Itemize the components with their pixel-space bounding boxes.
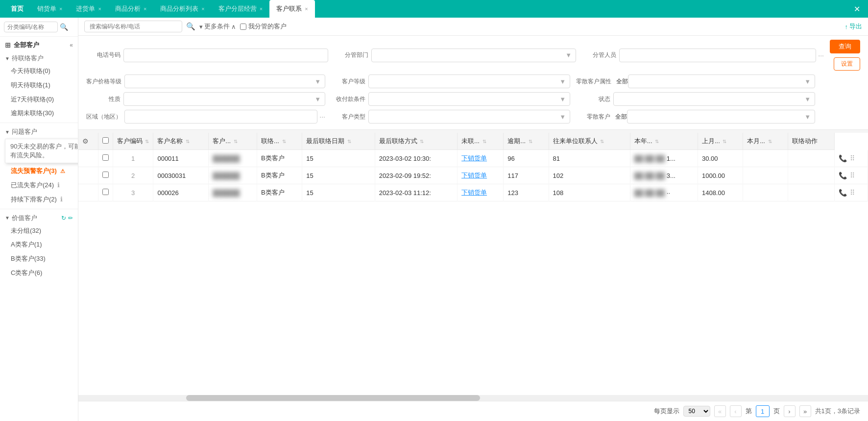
customer-type-select[interactable]: ▼ [368, 110, 570, 124]
sort-last-method[interactable]: ⇅ [420, 139, 424, 144]
sidebar-search-icon[interactable]: 🔍 [60, 23, 68, 31]
scrollbar-thumb[interactable] [186, 395, 480, 401]
sort-contact[interactable]: ⇅ [282, 139, 286, 144]
region-dots[interactable]: ··· [319, 113, 325, 121]
action-more-2[interactable]: ⠿ [850, 189, 855, 197]
my-customer-checkbox[interactable] [240, 24, 246, 30]
tab-home[interactable]: 首页 [4, 0, 30, 18]
department-select[interactable]: ▼ [371, 49, 576, 62]
sidebar-item-today[interactable]: 今天待联络(0) [0, 64, 78, 78]
search-input[interactable] [84, 21, 182, 32]
action-more-1[interactable]: ⠿ [850, 172, 855, 179]
customer-level-select[interactable]: ▼ [368, 74, 570, 88]
sidebar-item-class-b[interactable]: B类客户(33) [0, 252, 78, 266]
edit-icon[interactable]: ✏ [68, 215, 73, 222]
tab-goods-list[interactable]: 商品分析列表 × [153, 0, 211, 18]
sort-unlink-days[interactable]: ⇅ [482, 139, 486, 144]
sort-type[interactable]: ⇅ [234, 139, 238, 144]
sort-overdue[interactable]: ⇅ [529, 139, 532, 144]
query-button[interactable]: 查询 [830, 40, 860, 53]
sidebar-item-ungrouped[interactable]: 未分组(32) [0, 224, 78, 238]
close-sales-tab[interactable]: × [59, 6, 62, 12]
search-button[interactable]: 🔍 [186, 22, 195, 31]
td-code-2: 000026 [153, 184, 209, 201]
td-unlink-1: 117 [504, 167, 549, 184]
tab-purchase[interactable]: 进货单 × [69, 0, 108, 18]
td-checkbox-1 [98, 167, 113, 184]
sidebar-item-tomorrow[interactable]: 明天待联络(1) [0, 78, 78, 93]
tab-sales[interactable]: 销货单 × [30, 0, 69, 18]
action-phone-1[interactable]: 📞 [839, 172, 847, 179]
scatter-attr-field: 零散客户属性 全部 ▼ [576, 74, 815, 88]
sidebar-item-7days[interactable]: 近7天待联络(0) [0, 93, 78, 107]
sidebar-item-declining[interactable]: 持续下滑客户(2) ℹ [0, 193, 78, 207]
action-phone-2[interactable]: 📞 [839, 189, 847, 197]
th-settings: ⚙ [78, 133, 98, 150]
row-checkbox-1[interactable] [102, 172, 109, 178]
settings-button[interactable]: 设置 [834, 57, 860, 71]
export-button[interactable]: ↑ 导出 [845, 22, 863, 31]
horizontal-scrollbar[interactable] [78, 395, 868, 401]
pagination: 每页显示 50 100 200 « ‹ 第 1 页 › » 共1页，3条记录 [78, 401, 868, 421]
sort-this-month[interactable]: ⇅ [768, 139, 772, 144]
next-page-button[interactable]: › [784, 405, 796, 417]
payment-select[interactable]: ▼ [368, 92, 570, 106]
tab-customer-contact[interactable]: 客户联系 × [269, 0, 314, 18]
pending-contact-group[interactable]: ▼ 待联络客户 [0, 51, 78, 64]
close-goods-analysis-tab[interactable]: × [144, 6, 146, 12]
nature-select[interactable]: ▼ [123, 92, 325, 106]
close-purchase-tab[interactable]: × [98, 6, 101, 12]
sidebar-search-input[interactable] [4, 22, 58, 32]
close-customer-contact-tab[interactable]: × [305, 6, 308, 12]
window-close-button[interactable]: ✕ [850, 4, 864, 14]
refresh-icon[interactable]: ↻ [61, 215, 66, 222]
prev-page-button[interactable]: ‹ [730, 405, 742, 417]
row-checkbox-2[interactable] [102, 189, 109, 195]
price-level-select[interactable]: ▼ [124, 74, 325, 88]
manager-select[interactable] [619, 49, 816, 62]
close-goods-list-tab[interactable]: × [201, 6, 204, 12]
td-last-date-2: 2023-02-03 11:12: [375, 184, 457, 201]
action-phone-0[interactable]: 📞 [839, 154, 847, 162]
sort-this-year[interactable]: ⇅ [655, 139, 659, 144]
row-checkbox-0[interactable] [102, 154, 109, 161]
last-page-button[interactable]: » [799, 405, 811, 417]
sidebar-item-class-a[interactable]: A类客户(1) [0, 238, 78, 252]
scatter-customer-select[interactable]: ▼ [627, 110, 815, 124]
manager-dots[interactable]: ··· [818, 51, 824, 59]
sidebar-divider-2 [0, 209, 78, 209]
column-settings-button[interactable]: ⚙ [82, 137, 89, 145]
my-customer-checkbox-label[interactable]: 我分管的客户 [240, 22, 287, 31]
tab-customer-layer[interactable]: 客户分层经营 × [212, 0, 269, 18]
first-page-button[interactable]: « [714, 405, 726, 417]
at-risk-group[interactable]: ▼ 问题客户 [0, 125, 78, 138]
filter-icon: ▾ [199, 23, 203, 30]
sidebar-collapse-icon[interactable]: « [70, 42, 73, 49]
region-field: 区域（地区） ··· [86, 110, 325, 124]
per-page-select[interactable]: 50 100 200 [683, 406, 710, 417]
action-more-0[interactable]: ⠿ [850, 154, 855, 162]
sort-last-month[interactable]: ⇅ [723, 139, 726, 144]
th-last-month: 上月... ⇅ [698, 133, 743, 150]
th-last-date: 最后联络日期 ⇅ [302, 133, 375, 150]
sort-last-date[interactable]: ⇅ [347, 139, 351, 144]
valued-customers-group[interactable]: ▼ 价值客户 ↻ ✏ [0, 211, 78, 224]
sidebar-item-overdue[interactable]: 逾期未联络(30) [0, 106, 78, 121]
tab-goods-analysis[interactable]: 商品分析 × [108, 0, 153, 18]
phone-input[interactable] [123, 49, 328, 62]
close-customer-layer-tab[interactable]: × [260, 6, 263, 12]
sidebar-item-at-risk-warning[interactable]: 流失预警客户(3) ⚠ [0, 164, 78, 178]
more-conditions-button[interactable]: ▾ 更多条件 ∧ [199, 22, 236, 31]
sort-code[interactable]: ⇅ [145, 139, 149, 144]
chevron-down-icon: ∧ [231, 23, 236, 30]
price-level-arrow: ▼ [314, 78, 321, 85]
status-select[interactable]: ▼ [613, 92, 815, 106]
sort-contact2[interactable]: ⇅ [600, 139, 604, 144]
select-all-checkbox[interactable] [102, 137, 109, 144]
table-scroll-area[interactable]: ⚙ 客户编码 ⇅ 客户名称 ⇅ [78, 133, 868, 395]
sidebar-item-lost[interactable]: 已流失客户(24) ℹ [0, 178, 78, 193]
sort-name[interactable]: ⇅ [186, 139, 190, 144]
scatter-attr-select[interactable]: ▼ [628, 74, 815, 88]
region-select[interactable] [124, 110, 317, 124]
sidebar-item-class-c[interactable]: C类客户(6) [0, 266, 78, 280]
